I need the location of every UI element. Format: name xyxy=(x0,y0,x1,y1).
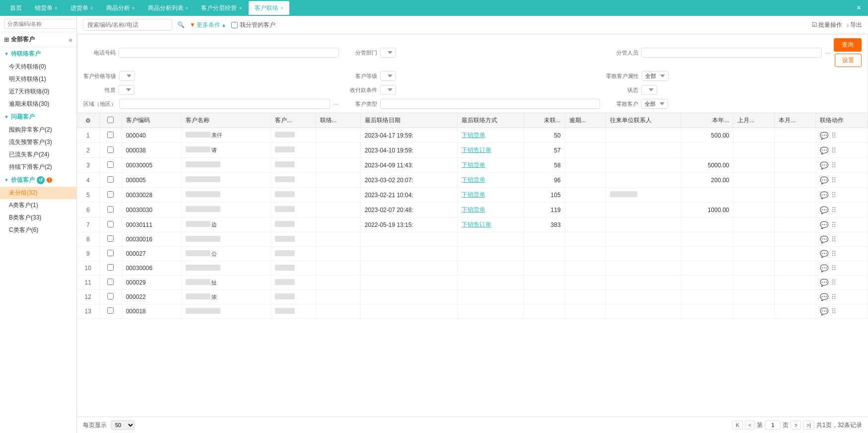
menu-icon[interactable]: ⠿ xyxy=(831,250,836,258)
cell-check[interactable] xyxy=(99,217,122,232)
manager-dots-btn[interactable]: ··· xyxy=(825,49,831,57)
last-way-link[interactable]: 下销货单 xyxy=(462,161,485,168)
filter-select-nature[interactable] xyxy=(119,85,134,95)
region-dots-btn[interactable]: ··· xyxy=(333,100,339,108)
sidebar-item-today[interactable]: 今天待联络(0) xyxy=(0,61,76,73)
menu-icon[interactable]: ⠿ xyxy=(831,132,836,140)
row-checkbox[interactable] xyxy=(107,250,114,256)
sidebar-section-problem[interactable]: ▼ 问题客户 xyxy=(0,110,76,124)
sidebar-section-pending[interactable]: ▼ 待联络客户 xyxy=(0,47,76,61)
cell-check[interactable] xyxy=(99,188,122,203)
row-checkbox[interactable] xyxy=(107,161,114,168)
filter-input-manager[interactable] xyxy=(641,48,822,58)
row-checkbox[interactable] xyxy=(107,132,114,138)
chat-icon[interactable]: 💬 xyxy=(820,307,828,315)
row-checkbox[interactable] xyxy=(107,206,114,213)
sidebar-item-tomorrow[interactable]: 明天待联络(1) xyxy=(0,73,76,85)
chat-icon[interactable]: 💬 xyxy=(820,293,828,301)
row-checkbox[interactable] xyxy=(107,221,114,227)
query-button[interactable]: 查询 xyxy=(834,38,862,52)
sidebar-item-abnormal[interactable]: 囤购异常客户(2) xyxy=(0,124,76,136)
menu-icon[interactable]: ⠿ xyxy=(831,146,836,154)
row-checkbox[interactable] xyxy=(107,307,114,314)
th-check[interactable] xyxy=(99,113,122,128)
close-customer-tier-tab[interactable]: × xyxy=(239,5,242,11)
page-prev-btn[interactable]: < xyxy=(745,421,755,430)
row-checkbox[interactable] xyxy=(107,264,114,271)
more-conditions-btn[interactable]: ▼ 更多条件 ▲ xyxy=(190,21,226,29)
chat-icon[interactable]: 💬 xyxy=(820,235,828,243)
menu-icon[interactable]: ⠿ xyxy=(831,206,836,214)
sidebar-item-class-c[interactable]: C类客户(6) xyxy=(0,224,76,236)
chat-icon[interactable]: 💬 xyxy=(820,191,828,199)
tab-purchase[interactable]: 进货单 × xyxy=(65,1,99,15)
row-checkbox[interactable] xyxy=(107,235,114,242)
th-gear[interactable]: ⚙ xyxy=(77,113,99,128)
filter-select-payment[interactable] xyxy=(380,85,396,95)
filter-select-cust-level[interactable] xyxy=(380,71,396,81)
chat-icon[interactable]: 💬 xyxy=(820,206,828,214)
close-product-tab[interactable]: × xyxy=(132,5,135,11)
cell-check[interactable] xyxy=(99,173,122,188)
cell-check[interactable] xyxy=(99,232,122,247)
cell-check[interactable] xyxy=(99,290,122,304)
page-size-select[interactable]: 50 20 100 xyxy=(111,420,135,430)
menu-icon[interactable]: ⠿ xyxy=(831,221,836,229)
cell-check[interactable] xyxy=(99,261,122,276)
filter-search-icon[interactable]: 🔍 xyxy=(177,21,185,28)
chat-icon[interactable]: 💬 xyxy=(820,279,828,287)
tab-customer-tier[interactable]: 客户分层经营 × xyxy=(195,1,248,15)
menu-icon[interactable]: ⠿ xyxy=(831,235,836,243)
last-way-link[interactable]: 下销货单 xyxy=(462,191,485,198)
chat-icon[interactable]: 💬 xyxy=(820,221,828,229)
menu-icon[interactable]: ⠿ xyxy=(831,161,836,169)
close-contact-tab[interactable]: × xyxy=(280,5,283,11)
sidebar-item-churned[interactable]: 已流失客户(24) xyxy=(0,148,76,161)
filter-select-scatter-attr[interactable]: 全部 xyxy=(642,71,668,81)
batch-op-btn[interactable]: ☑ 批量操作 xyxy=(812,21,842,29)
last-way-link[interactable]: 下销货单 xyxy=(462,132,485,139)
cell-check[interactable] xyxy=(99,247,122,261)
select-all-checkbox[interactable] xyxy=(107,117,114,123)
tab-home[interactable]: 首页 xyxy=(4,1,28,15)
close-purchase-tab[interactable]: × xyxy=(90,5,93,11)
close-product-list-tab[interactable]: × xyxy=(186,5,189,11)
cell-check[interactable] xyxy=(99,128,122,143)
sidebar-section-value[interactable]: ▼ 价值客户 ↺ ! xyxy=(0,173,76,187)
export-btn[interactable]: ↓ 导出 xyxy=(846,21,862,29)
filter-input-region[interactable] xyxy=(119,99,330,109)
sidebar-item-churn-warning[interactable]: 流失预警客户(3) xyxy=(0,136,76,148)
menu-icon[interactable]: ⠿ xyxy=(831,307,836,315)
row-checkbox[interactable] xyxy=(107,176,114,183)
sidebar-all-customers[interactable]: ⊞ 全部客户 « xyxy=(0,32,76,47)
cell-check[interactable] xyxy=(99,304,122,319)
chat-icon[interactable]: 💬 xyxy=(820,161,828,169)
cell-check[interactable] xyxy=(99,143,122,158)
cell-check[interactable] xyxy=(99,276,122,290)
filter-select-dept[interactable] xyxy=(380,48,396,58)
menu-icon[interactable]: ⠿ xyxy=(831,279,836,287)
chat-icon[interactable]: 💬 xyxy=(820,132,828,140)
filter-input-phone[interactable] xyxy=(119,48,339,58)
chat-icon[interactable]: 💬 xyxy=(820,176,828,184)
refresh-badge[interactable]: ↺ xyxy=(37,176,45,184)
filter-input-cust-type[interactable] xyxy=(380,99,601,109)
filter-select-status[interactable] xyxy=(641,85,657,95)
tab-sales[interactable]: 销货单 × xyxy=(29,1,64,15)
sidebar-item-class-b[interactable]: B类客户(33) xyxy=(0,212,76,224)
row-checkbox[interactable] xyxy=(107,191,114,198)
my-customers-filter[interactable]: 我分管的客户 xyxy=(231,21,275,29)
last-way-link[interactable]: 下销售订单 xyxy=(462,221,491,228)
sidebar-item-ungroued[interactable]: 未分组(32) xyxy=(0,187,76,199)
filter-select-scatter-cust[interactable]: 全部 xyxy=(641,99,668,109)
tab-product-list[interactable]: 商品分析列表 × xyxy=(142,1,195,15)
row-checkbox[interactable] xyxy=(107,293,114,299)
chat-icon[interactable]: 💬 xyxy=(820,146,828,154)
menu-icon[interactable]: ⠿ xyxy=(831,264,836,272)
sidebar-search-input[interactable] xyxy=(4,19,77,29)
cell-check[interactable] xyxy=(99,158,122,173)
reset-button[interactable]: 设置 xyxy=(835,54,862,67)
page-last-btn[interactable]: >| xyxy=(803,421,814,430)
menu-icon[interactable]: ⠿ xyxy=(831,191,836,199)
top-nav-close[interactable]: × xyxy=(854,2,864,13)
